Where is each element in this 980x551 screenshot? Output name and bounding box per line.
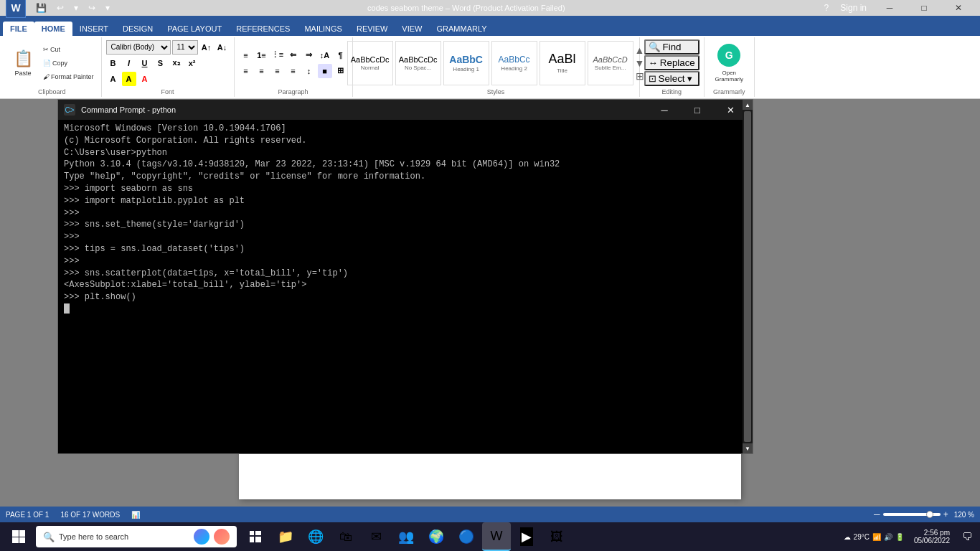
- align-right-button[interactable]: ≡: [270, 64, 285, 78]
- editing-group: 🔍 Find ↔ Replace ⊡ Select ▾ Editing: [640, 37, 705, 97]
- font-color-button[interactable]: A: [138, 72, 152, 86]
- time-display: 2:56 pm: [924, 529, 950, 537]
- volume-icon: 🔊: [884, 533, 892, 541]
- customize-qat-button[interactable]: ▾: [103, 1, 113, 14]
- show-hide-button[interactable]: ¶: [334, 48, 348, 62]
- font-size-select[interactable]: 11: [172, 40, 198, 55]
- bold-button[interactable]: B: [106, 56, 121, 70]
- strikethrough-button[interactable]: S: [154, 56, 168, 70]
- tab-mailings[interactable]: MAILINGS: [297, 22, 349, 36]
- word-taskbar-button[interactable]: W: [482, 522, 511, 551]
- file-explorer-button[interactable]: 📁: [271, 522, 300, 551]
- sort-button[interactable]: ↕A: [318, 48, 332, 62]
- paste-button[interactable]: 📋 Paste: [7, 42, 39, 85]
- edge-button[interactable]: 🌐: [301, 522, 330, 551]
- cmd-minimize-button[interactable]: ─: [648, 100, 681, 120]
- multilevel-button[interactable]: ⋮≡: [270, 48, 285, 62]
- tab-file[interactable]: FILE: [3, 22, 34, 36]
- cmd-body[interactable]: Microsoft Windows [Version 10.0.19044.17…: [58, 120, 753, 453]
- increase-indent-button[interactable]: ⇒: [302, 48, 316, 62]
- underline-button[interactable]: U: [138, 56, 152, 70]
- font-family-select[interactable]: Calibri (Body): [106, 40, 171, 55]
- notification-button[interactable]: 🗨: [957, 522, 977, 551]
- grammarly-icon[interactable]: G: [717, 44, 740, 67]
- cut-button[interactable]: ✂ Cut: [40, 43, 97, 56]
- cmd-scroll-up[interactable]: ▲: [743, 100, 753, 110]
- teams-button[interactable]: 👥: [392, 522, 420, 551]
- align-left-button[interactable]: ≡: [239, 64, 253, 78]
- mail-button[interactable]: ✉: [362, 522, 390, 551]
- style-subtle-emphasis[interactable]: AaBbCcD Subtle Em...: [588, 41, 633, 85]
- weather-icon: ☁: [844, 533, 851, 541]
- redo-button[interactable]: ↪: [85, 1, 98, 14]
- shading-button[interactable]: ■: [318, 64, 332, 78]
- tab-review[interactable]: REVIEW: [349, 22, 395, 36]
- style-no-spacing[interactable]: AaBbCcDc No Spac...: [395, 41, 441, 85]
- cmd-scroll-down[interactable]: ▼: [743, 443, 753, 453]
- title-bar: W 💾 ↩ ▾ ↪ ▾ codes seaborn theme – Word (…: [0, 0, 980, 16]
- styles-group: AaBbCcDc Normal AaBbCcDc No Spac... AaBb…: [353, 37, 640, 97]
- decrease-font-button[interactable]: A↓: [215, 40, 230, 55]
- numbering-button[interactable]: 1≡: [255, 48, 269, 62]
- find-button[interactable]: 🔍 Find: [644, 39, 699, 55]
- copy-button[interactable]: 📄 Copy: [40, 57, 97, 70]
- cmd-taskbar-button[interactable]: ▶: [512, 522, 541, 551]
- start-button[interactable]: [3, 522, 34, 551]
- chrome-button[interactable]: 🔵: [452, 522, 481, 551]
- signin-button[interactable]: Sign in: [836, 1, 871, 14]
- select-button[interactable]: ⊡ Select ▾: [644, 71, 699, 86]
- zoom-out-button[interactable]: ─: [874, 509, 880, 519]
- save-button[interactable]: 💾: [33, 1, 50, 14]
- style-title[interactable]: AaBl Title: [540, 41, 585, 85]
- superscript-button[interactable]: x²: [185, 56, 199, 70]
- tab-insert[interactable]: INSERT: [72, 22, 116, 36]
- increase-font-button[interactable]: A↑: [199, 40, 214, 55]
- svg-rect-0: [250, 531, 254, 535]
- search-placeholder: Type here to search: [59, 532, 128, 541]
- cmd-scroll-thumb[interactable]: [744, 111, 751, 442]
- title-bar-left: W 💾 ↩ ▾ ↪ ▾: [6, 0, 113, 18]
- italic-button[interactable]: I: [122, 56, 136, 70]
- minimize-button[interactable]: ─: [874, 0, 905, 16]
- format-painter-button[interactable]: 🖌 Format Painter: [40, 70, 97, 83]
- bullets-button[interactable]: ≡: [239, 48, 253, 62]
- browser2-button[interactable]: 🌍: [422, 522, 451, 551]
- clock[interactable]: 2:56 pm 05/06/2022: [910, 529, 954, 545]
- zoom-slider[interactable]: [883, 513, 941, 516]
- tab-home[interactable]: HOME: [34, 22, 72, 36]
- close-button[interactable]: ✕: [943, 0, 974, 16]
- taskview-button[interactable]: [241, 522, 270, 551]
- decrease-indent-button[interactable]: ⇐: [286, 48, 301, 62]
- word-icon: W: [6, 0, 26, 18]
- borders-button[interactable]: ⊞: [334, 64, 348, 78]
- cmd-line: >>> import seaborn as sns: [64, 183, 747, 195]
- cmd-maximize-button[interactable]: □: [681, 100, 714, 120]
- taskbar-search[interactable]: 🔍 Type here to search: [36, 526, 237, 547]
- zoom-level: 120 %: [954, 511, 974, 519]
- style-normal[interactable]: AaBbCcDc Normal: [347, 41, 393, 85]
- zoom-in-button[interactable]: +: [943, 509, 948, 519]
- system-icons[interactable]: ☁ 29°C 📶 🔊 🔋: [841, 533, 907, 541]
- maximize-button[interactable]: □: [908, 0, 940, 16]
- subscript-button[interactable]: x₂: [169, 56, 184, 70]
- tab-design[interactable]: DESIGN: [116, 22, 160, 36]
- tab-view[interactable]: VIEW: [395, 22, 429, 36]
- store-button[interactable]: 🛍: [331, 522, 360, 551]
- justify-button[interactable]: ≡: [286, 64, 301, 78]
- undo-dropdown[interactable]: ▾: [71, 1, 81, 14]
- tab-pagelayout[interactable]: PAGE LAYOUT: [160, 22, 229, 36]
- tab-references[interactable]: REFERENCES: [229, 22, 297, 36]
- text-effects-button[interactable]: A: [106, 72, 121, 86]
- style-heading1[interactable]: AaBbC Heading 1: [443, 41, 489, 85]
- cmd-line: >>>: [64, 255, 747, 268]
- align-center-button[interactable]: ≡: [255, 64, 269, 78]
- highlight-button[interactable]: A: [122, 72, 136, 86]
- line-spacing-button[interactable]: ↕: [302, 64, 316, 78]
- photo-button[interactable]: 🖼: [542, 522, 571, 551]
- style-heading2[interactable]: AaBbCc Heading 2: [491, 41, 537, 85]
- help-button[interactable]: ?: [820, 1, 834, 14]
- battery-icon: 🔋: [895, 533, 904, 541]
- tab-grammarly[interactable]: GRAMMARLY: [429, 22, 494, 36]
- replace-button[interactable]: ↔ Replace: [644, 55, 699, 70]
- undo-button[interactable]: ↩: [54, 1, 67, 14]
